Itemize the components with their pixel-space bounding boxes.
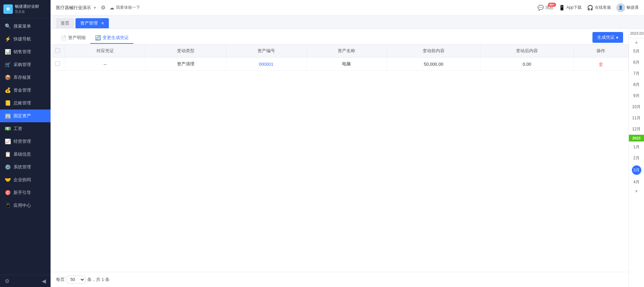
headset-icon: 🎧 xyxy=(587,5,593,11)
row-asset-name: 电脑 xyxy=(306,58,387,71)
th-before-change: 变动前内容 xyxy=(387,44,480,58)
ledger-icon: 📒 xyxy=(5,100,11,106)
panel-year-2023[interactable]: 2023 xyxy=(629,135,644,141)
sidebar-item-system[interactable]: ⚙️ 系统管理 xyxy=(0,161,51,173)
panel-scroll-up[interactable]: ▲ xyxy=(629,38,644,46)
sidebar-item-sales[interactable]: 📊 销售管理 xyxy=(0,45,51,58)
sidebar-item-basic-info[interactable]: 📋 基础信息 xyxy=(0,148,51,161)
sidebar-item-finance[interactable]: 💰 资金管理 xyxy=(0,84,51,97)
sidebar-item-ledger[interactable]: 📒 总账管理 xyxy=(0,97,51,109)
sidebar-item-salary[interactable]: 💵 工资 xyxy=(0,122,51,135)
box-icon: 📦 xyxy=(5,74,11,81)
row-checkbox[interactable] xyxy=(55,61,60,66)
dropdown-arrow-icon: ▾ xyxy=(616,35,618,40)
row-checkbox-cell xyxy=(51,58,65,71)
document-icon: 📄 xyxy=(61,35,66,40)
assets-table: 对应凭证 变动类型 资产编号 资产名称 变动前内容 变动后内容 操作 xyxy=(51,44,628,71)
month-10[interactable]: 10月 xyxy=(629,101,644,113)
enterprise-icon: 🤝 xyxy=(5,177,11,183)
sidebar: 畅 畅捷通好业财 普及版 🔍 搜索菜单 ⚡ 快捷导航 📊 销售管理 🛒 采购管理… xyxy=(0,0,51,287)
salary-icon: 💵 xyxy=(5,126,11,132)
avatar: 👤 xyxy=(616,3,625,12)
sidebar-logo: 畅 畅捷通好业财 普及版 xyxy=(0,0,51,19)
logo-text: 畅捷通好业财 普及版 xyxy=(15,4,39,14)
row-change-type: 资产清理 xyxy=(145,58,226,71)
main-area: 医疗器械行业演示 ▼ ⚙ ☁ 我要体验一下 💬 消息 99+ 📱 App下载 🎧… xyxy=(51,0,644,287)
sidebar-item-quick-nav[interactable]: ⚡ 快捷导航 xyxy=(0,33,51,45)
month-8[interactable]: 8月 xyxy=(629,79,644,90)
inner-tab-change-voucher[interactable]: 🔄 变更生成凭证 xyxy=(90,32,133,44)
select-all-checkbox[interactable] xyxy=(55,48,60,53)
online-service-button[interactable]: 🎧 在线客服 xyxy=(587,5,611,11)
delete-icon[interactable]: 🗑 xyxy=(599,61,604,67)
settings-bottom-icon[interactable]: ⚙ xyxy=(5,278,9,284)
month-12[interactable]: 12月 xyxy=(629,124,644,135)
th-voucher: 对应凭证 xyxy=(65,44,146,58)
panel-scroll-down[interactable]: ▼ xyxy=(629,188,644,195)
search-icon: 🔍 xyxy=(5,23,11,29)
month-1[interactable]: 1月 xyxy=(629,141,644,153)
th-change-type: 变动类型 xyxy=(145,44,226,58)
notifications-button[interactable]: 💬 消息 99+ xyxy=(538,5,553,11)
table-row: -- 资产清理 000001 电脑 50,000.00 0.00 🗑 xyxy=(51,58,628,71)
sidebar-item-inventory[interactable]: 📦 库存核算 xyxy=(0,71,51,84)
sidebar-item-enterprise[interactable]: 🤝 企业协同 xyxy=(0,173,51,186)
lightning-icon: ⚡ xyxy=(5,36,11,42)
chart-icon: 📊 xyxy=(5,49,11,55)
panel-header: 2023.03 xyxy=(629,29,644,38)
row-voucher: -- xyxy=(65,58,146,71)
guide-icon: 🎯 xyxy=(5,190,11,196)
sidebar-item-app-center[interactable]: 📱 应用中心 xyxy=(0,199,51,212)
pagination: 每页 50 10 20 100 条，共 1 条 xyxy=(51,272,628,287)
app-download-button[interactable]: 📱 App下载 xyxy=(559,5,582,11)
month-5[interactable]: 5月 xyxy=(629,46,644,57)
cart-icon: 🛒 xyxy=(5,62,11,68)
current-month-indicator: 3月 xyxy=(632,165,641,175)
inner-tab-asset-detail[interactable]: 📄 资产明细 xyxy=(56,32,90,44)
sidebar-item-search[interactable]: 🔍 搜索菜单 xyxy=(0,20,51,33)
month-11[interactable]: 11月 xyxy=(629,113,644,124)
sidebar-item-guide[interactable]: 🎯 新手引导 xyxy=(0,186,51,199)
user-menu[interactable]: 👤 畅捷通 xyxy=(616,3,639,12)
tab-home[interactable]: 首页 xyxy=(56,18,74,28)
inner-tabs: 📄 资产明细 🔄 变更生成凭证 生成凭证 ▾ xyxy=(51,29,628,44)
right-panel: 2023.03 ▲ 5月 6月 7月 8月 9月 10月 11月 12月 202… xyxy=(628,29,644,287)
building-icon: 🏢 xyxy=(5,113,11,119)
month-6[interactable]: 6月 xyxy=(629,57,644,68)
tab-close-icon[interactable]: ✕ xyxy=(101,21,104,25)
generate-voucher-button[interactable]: 生成凭证 ▾ xyxy=(592,32,623,43)
tabs-bar: 首页 资产管理 ✕ xyxy=(51,15,644,29)
sidebar-item-fixed-assets[interactable]: 🏢 固定资产 xyxy=(0,109,51,122)
th-asset-code: 资产编号 xyxy=(226,44,306,58)
sidebar-item-purchase[interactable]: 🛒 采购管理 xyxy=(0,58,51,71)
header-settings-icon[interactable]: ⚙ xyxy=(101,4,105,11)
month-2[interactable]: 2月 xyxy=(629,153,644,164)
refresh-icon: 🔄 xyxy=(95,35,101,40)
sidebar-nav: 🔍 搜索菜单 ⚡ 快捷导航 📊 销售管理 🛒 采购管理 📦 库存核算 💰 资金管… xyxy=(0,19,51,275)
company-selector[interactable]: 医疗器械行业演示 ▼ xyxy=(56,5,97,11)
row-operation: 🗑 xyxy=(574,58,628,71)
logo-icon: 畅 xyxy=(3,4,13,14)
month-4[interactable]: 4月 xyxy=(629,177,644,188)
system-icon: ⚙️ xyxy=(5,164,11,170)
row-after-change: 0.00 xyxy=(480,58,574,71)
month-7[interactable]: 7月 xyxy=(629,68,644,79)
th-after-change: 变动后内容 xyxy=(480,44,574,58)
experience-button[interactable]: ☁ 我要体验一下 xyxy=(110,5,140,10)
company-arrow-icon: ▼ xyxy=(93,6,97,10)
sidebar-bottom: ⚙ ◀ xyxy=(0,275,51,287)
month-3-current[interactable]: 3月 xyxy=(629,164,644,177)
table-wrap: 对应凭证 变动类型 资产编号 资产名称 变动前内容 变动后内容 操作 xyxy=(51,44,628,272)
notification-icon: 💬 xyxy=(538,5,544,11)
per-page-select[interactable]: 50 10 20 100 xyxy=(67,276,85,284)
row-asset-code: 000001 xyxy=(226,58,306,71)
tab-asset-management[interactable]: 资产管理 ✕ xyxy=(75,18,109,28)
operations-icon: 📈 xyxy=(5,138,11,145)
sidebar-item-operations[interactable]: 📈 经营管理 xyxy=(0,135,51,148)
money-icon: 💰 xyxy=(5,87,11,93)
collapse-icon[interactable]: ◀ xyxy=(42,278,46,284)
info-icon: 📋 xyxy=(5,151,11,157)
th-asset-name: 资产名称 xyxy=(306,44,387,58)
month-9[interactable]: 9月 xyxy=(629,90,644,101)
th-operation: 操作 xyxy=(574,44,628,58)
